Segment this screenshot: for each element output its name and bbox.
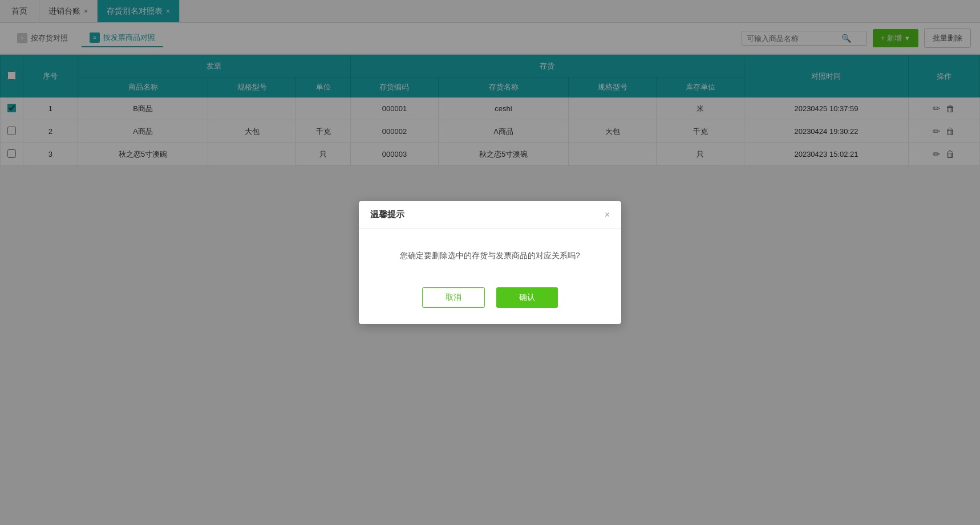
dialog-overlay: 温馨提示 × 您确定要删除选中的存货与发票商品的对应关系吗? 取消 确认 [0, 0, 980, 166]
